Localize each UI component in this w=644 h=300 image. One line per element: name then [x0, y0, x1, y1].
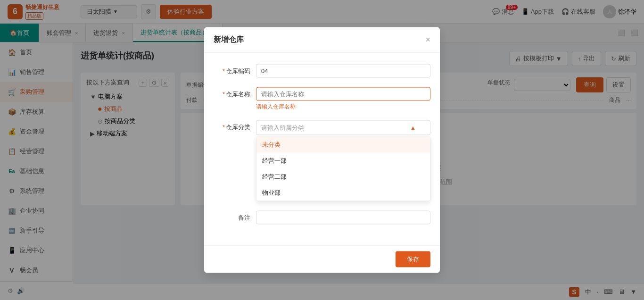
modal-footer: 保存 [204, 245, 440, 273]
code-label: *仓库编码 [214, 64, 256, 75]
modal-title: 新增仓库 [214, 35, 244, 45]
save-button[interactable]: 保存 [396, 251, 430, 267]
category-label: *仓库分类 [214, 120, 256, 132]
category-control: 请输入所属分类 ▲ 未分类 经营一部 经营二部 物业部 [256, 120, 430, 135]
code-control [256, 64, 430, 78]
modal-header: 新增仓库 × [204, 27, 440, 53]
option-dept2[interactable]: 经营二部 [256, 169, 430, 185]
form-row-note: 备注 [214, 211, 430, 225]
category-dropdown[interactable]: 请输入所属分类 ▲ [256, 120, 430, 135]
name-error-msg: 请输入仓库名称 [256, 103, 430, 111]
note-input[interactable] [256, 211, 430, 225]
new-warehouse-modal: 新增仓库 × *仓库编码 *仓库名称 请输入仓库名称 *仓库分类 [204, 27, 440, 273]
option-uncategorized[interactable]: 未分类 [256, 137, 430, 153]
name-label: *仓库名称 [214, 87, 256, 99]
note-control [256, 211, 430, 225]
modal-close-button[interactable]: × [425, 35, 430, 45]
code-input[interactable] [256, 64, 430, 78]
form-row-category: *仓库分类 请输入所属分类 ▲ 未分类 经营一部 经营二部 物业部 [214, 120, 430, 135]
option-property[interactable]: 物业部 [256, 185, 430, 201]
modal-body: *仓库编码 *仓库名称 请输入仓库名称 *仓库分类 请输入所属分类 [204, 53, 440, 245]
form-row-name: *仓库名称 请输入仓库名称 [214, 87, 430, 111]
form-row-code: *仓库编码 [214, 64, 430, 78]
option-dept1[interactable]: 经营一部 [256, 153, 430, 169]
category-dropdown-list: 未分类 经营一部 经营二部 物业部 [256, 136, 430, 201]
name-input[interactable] [256, 87, 430, 101]
note-label: 备注 [214, 211, 256, 222]
dropdown-arrow-icon: ▲ [410, 125, 416, 131]
name-control: 请输入仓库名称 [256, 87, 430, 111]
